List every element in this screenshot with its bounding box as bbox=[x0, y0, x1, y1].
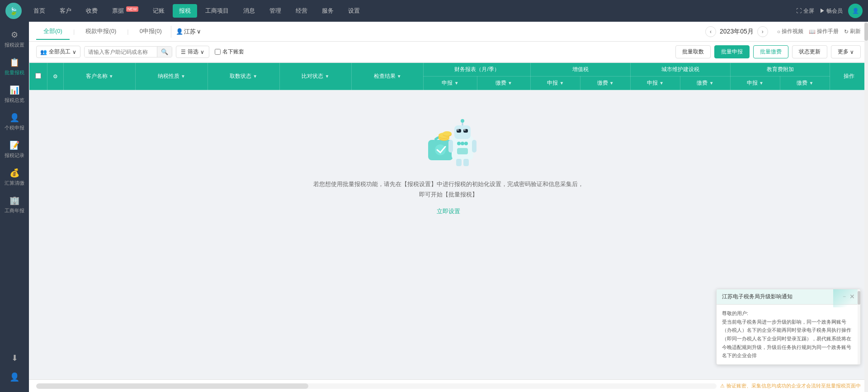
header-financial-report: 财务报表（月/季） bbox=[424, 63, 531, 76]
header-compare-status: 比对状态 ▼ bbox=[279, 63, 351, 90]
header-fetch-status: 取数状态 ▼ bbox=[208, 63, 279, 90]
date-navigation: ‹ 2023年05月 › bbox=[705, 26, 768, 37]
sidebar-item-profile[interactable]: 👤 bbox=[0, 368, 29, 387]
filter-icon-fin-declare[interactable]: ▼ bbox=[454, 81, 459, 86]
search-button[interactable]: 🔍 bbox=[157, 47, 172, 57]
sidebar-item-personal-tax[interactable]: 👤 个税申报 bbox=[0, 108, 29, 136]
nav-manage[interactable]: 管理 bbox=[263, 4, 288, 18]
header-city-declare: 申报 ▼ bbox=[630, 76, 680, 90]
sidebar-item-annual-settlement[interactable]: 💰 汇算清缴 bbox=[0, 163, 29, 191]
select-icon: 👥 bbox=[40, 49, 47, 55]
operation-video-link[interactable]: ○ 操作视频 bbox=[777, 28, 803, 35]
search-input[interactable] bbox=[85, 47, 157, 57]
app-logo: 🍃 bbox=[5, 3, 22, 19]
tax-overview-icon: 📊 bbox=[9, 85, 19, 95]
header-vat: 增值税 bbox=[531, 63, 631, 76]
filter-icon-check[interactable]: ▼ bbox=[397, 74, 401, 79]
header-check-result: 检查结果 ▼ bbox=[352, 63, 424, 90]
main-scrollbar-thumb bbox=[864, 23, 868, 41]
sidebar-item-download[interactable]: ⬇ bbox=[0, 349, 29, 368]
header-financial-pay: 缴费 ▼ bbox=[477, 76, 530, 90]
filter-icon: ☰ bbox=[181, 49, 186, 55]
notification-content: 受当前电子税务局进一步升级的影响，同一个政务网账号（办税人）名下的企业不能再同时… bbox=[722, 318, 855, 360]
notification-decoration bbox=[833, 289, 860, 307]
nav-operation[interactable]: 经营 bbox=[289, 4, 314, 18]
tab-tax-declare[interactable]: 税款申报(0) bbox=[78, 24, 123, 40]
tab-all[interactable]: 全部(0) bbox=[36, 24, 70, 40]
nav-fee[interactable]: 收费 bbox=[80, 4, 104, 18]
filter-button[interactable]: ☰ 筛选 ∨ bbox=[176, 46, 209, 58]
subordinate-accounts-checkbox[interactable]: 名下账套 bbox=[215, 48, 244, 56]
more-button[interactable]: 更多 ∨ bbox=[831, 45, 861, 58]
filter-icon-vat-pay[interactable]: ▼ bbox=[609, 81, 614, 86]
nav-service[interactable]: 服务 bbox=[316, 4, 340, 18]
user-avatar[interactable]: 👤 bbox=[848, 4, 863, 18]
svg-rect-9 bbox=[454, 125, 471, 139]
sidebar-item-batch-tax[interactable]: 📋 批量报税 bbox=[0, 53, 29, 81]
search-input-wrapper: 🔍 bbox=[84, 46, 172, 57]
svg-point-19 bbox=[461, 142, 464, 145]
horizontal-scrollbar[interactable] bbox=[36, 383, 717, 389]
tabs-bar: 全部(0) | 税款申报(0) | 0申报(0) 👤 江苏 ∨ ‹ 2023年0… bbox=[29, 22, 868, 42]
employee-select[interactable]: 👥 全部员工 ∨ bbox=[36, 46, 80, 58]
nav-customer[interactable]: 客户 bbox=[53, 4, 78, 18]
batch-declare-button[interactable]: 批量申报 bbox=[714, 45, 750, 58]
svg-rect-23 bbox=[463, 159, 469, 166]
filter-icon-fetch[interactable]: ▼ bbox=[253, 74, 257, 79]
sidebar-item-tax-overview[interactable]: 📊 报税总览 bbox=[0, 81, 29, 108]
nav-settings[interactable]: 设置 bbox=[342, 4, 366, 18]
toolbar: 👥 全部员工 ∨ 🔍 ☰ 筛选 ∨ 名下账套 批量取数 批量申报 批量缴费 bbox=[29, 42, 868, 62]
filter-icon-city-pay[interactable]: ▼ bbox=[709, 81, 714, 86]
sidebar-label-annual-report: 工商年报 bbox=[5, 207, 24, 214]
sidebar-label-personal-tax: 个税申报 bbox=[5, 124, 24, 131]
filter-icon-vat-declare[interactable]: ▼ bbox=[559, 81, 564, 86]
svg-rect-22 bbox=[456, 159, 462, 166]
personal-tax-icon: 👤 bbox=[9, 113, 19, 123]
header-checkbox-cell bbox=[29, 63, 47, 90]
nav-invoice[interactable]: 票据 NEW bbox=[106, 4, 145, 18]
nav-commerce[interactable]: 工商项目 bbox=[199, 4, 235, 18]
province-selector[interactable]: 👤 江苏 ∨ bbox=[171, 26, 206, 38]
nav-bookkeeping[interactable]: 记账 bbox=[146, 4, 171, 18]
tab-zero-declare[interactable]: 0申报(0) bbox=[132, 24, 169, 40]
operation-manual-link[interactable]: 📖 操作手册 bbox=[809, 28, 839, 35]
tax-settings-icon: ⚙ bbox=[9, 30, 19, 40]
filter-icon-city-declare[interactable]: ▼ bbox=[659, 81, 664, 86]
filter-icon-fin-pay[interactable]: ▼ bbox=[508, 81, 512, 86]
nav-message[interactable]: 消息 bbox=[237, 4, 261, 18]
refresh-button[interactable]: ↻ 刷新 bbox=[844, 28, 861, 35]
filter-icon-tax[interactable]: ▼ bbox=[181, 74, 185, 79]
nav-home[interactable]: 首页 bbox=[27, 4, 52, 18]
header-gear-cell[interactable]: ⚙ bbox=[47, 63, 64, 90]
sidebar-item-annual-report[interactable]: 🏢 工商年报 bbox=[0, 191, 29, 219]
notification-title: 江苏电子税务局升级影响通知 bbox=[722, 293, 793, 301]
header-city-construction: 城市维护建设税 bbox=[630, 63, 730, 76]
filter-icon-compare[interactable]: ▼ bbox=[325, 74, 330, 79]
checkbox-input[interactable] bbox=[215, 49, 221, 55]
status-update-button[interactable]: 状态更新 bbox=[792, 45, 827, 58]
nav-tax[interactable]: 报税 bbox=[173, 4, 197, 18]
fullscreen-button[interactable]: ⛶ 全屏 bbox=[796, 7, 814, 15]
main-scrollbar[interactable] bbox=[864, 22, 868, 392]
notification-scroll-thumb bbox=[858, 291, 860, 305]
tax-records-icon: 📝 bbox=[9, 140, 19, 150]
annual-report-icon: 🏢 bbox=[9, 196, 19, 206]
notification-text: 尊敬的用户: bbox=[722, 309, 855, 318]
filter-icon-customer[interactable]: ▼ bbox=[109, 74, 113, 79]
batch-pay-button[interactable]: 批量缴费 bbox=[753, 45, 788, 58]
sidebar-item-tax-records[interactable]: 📝 报税记录 bbox=[0, 136, 29, 163]
prev-month-button[interactable]: ‹ bbox=[705, 26, 716, 37]
employee-select-label: 全部员工 bbox=[49, 48, 71, 56]
batch-fetch-button[interactable]: 批量取数 bbox=[675, 45, 711, 58]
next-month-button[interactable]: › bbox=[757, 26, 768, 37]
notification-scrollbar[interactable] bbox=[858, 289, 860, 364]
tab-divider-1: | bbox=[73, 28, 75, 35]
filter-icon-edu-declare[interactable]: ▼ bbox=[759, 81, 764, 86]
more-chevron-icon: ∨ bbox=[850, 49, 854, 55]
setup-link[interactable]: 立即设置 bbox=[437, 207, 460, 215]
filter-icon-edu-pay[interactable]: ▼ bbox=[809, 81, 813, 86]
sidebar-item-tax-settings[interactable]: ⚙ 报税设置 bbox=[0, 25, 29, 53]
tabs-right-actions: ○ 操作视频 📖 操作手册 ↻ 刷新 bbox=[777, 28, 861, 35]
select-all-checkbox[interactable] bbox=[35, 73, 41, 79]
vip-button[interactable]: ▶ 畅会员 bbox=[820, 7, 843, 15]
